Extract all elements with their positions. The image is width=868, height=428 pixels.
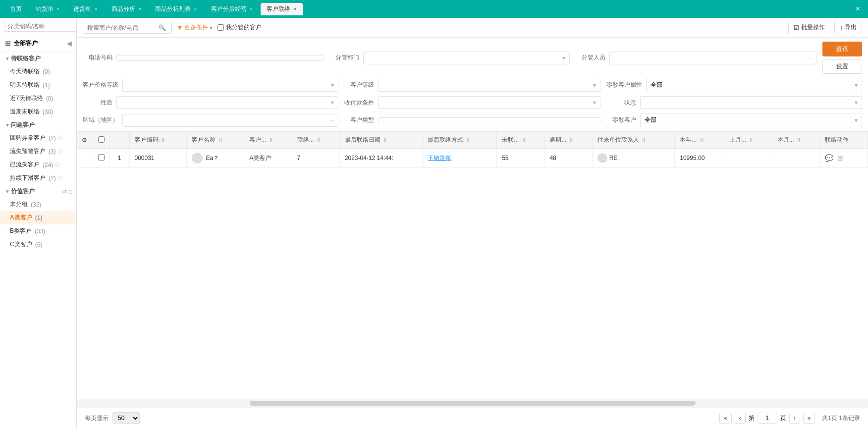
nav-tab-customer-tier[interactable]: 客户分层经营 ×: [205, 3, 259, 15]
filter-scatter-customer-label: 零散客户: [606, 116, 636, 124]
top-nav: 首页 销货单 × 进货单 × 商品分析 × 商品分析列表 × 客户分层经营 × …: [0, 0, 868, 18]
filter-region-select[interactable]: ···: [122, 114, 338, 127]
nav-tab-purchase[interactable]: 进货单 ×: [67, 3, 103, 15]
nav-tab-customer-contact[interactable]: 客户联络 ×: [261, 3, 302, 15]
more-conditions-button[interactable]: ▼ 更多条件 ▾: [177, 23, 213, 32]
next-page-button[interactable]: ›: [789, 413, 800, 424]
collapse-sidebar-button[interactable]: ◀: [67, 40, 71, 47]
sidebar-item-a-class[interactable]: A类客户 (1): [0, 211, 76, 224]
search-icon[interactable]: 🔍: [159, 24, 166, 31]
col-check[interactable]: [93, 132, 109, 149]
col-customer-code[interactable]: 客户编码 ⇅: [129, 132, 187, 149]
nav-tab-home[interactable]: 首页: [4, 3, 28, 15]
sort-icon: ⇅: [317, 137, 321, 143]
row-customer-name[interactable]: Ea？: [187, 149, 244, 168]
chat-icon[interactable]: 💬: [825, 154, 833, 162]
close-customer-contact-tab[interactable]: ×: [293, 6, 296, 12]
sidebar-item-lost[interactable]: 已流失客户 (24) ⓘ: [0, 158, 76, 171]
filter-payment-select[interactable]: ▾: [378, 96, 600, 109]
close-goods-list-tab[interactable]: ×: [194, 6, 197, 12]
close-goods-analysis-tab[interactable]: ×: [138, 6, 141, 12]
filter-customer-type-input[interactable]: [378, 117, 600, 123]
horizontal-scrollbar[interactable]: [250, 401, 696, 406]
sidebar-item-repeat-abnormal[interactable]: 回购异常客户 (2) ⓘ: [0, 131, 76, 145]
per-page-select[interactable]: 50 100 200: [112, 412, 140, 424]
sidebar-search-input[interactable]: [4, 21, 77, 32]
batch-operation-button[interactable]: ☑ 批量操作: [788, 21, 830, 34]
qr-icon[interactable]: ⊞: [837, 154, 843, 162]
chevron-down-icon: ▾: [593, 99, 596, 106]
filter-nature-select[interactable]: ▾: [116, 96, 338, 109]
search-box: 🔍: [83, 22, 172, 34]
col-last-contact-date[interactable]: 最后联络日期 ⇅: [339, 132, 423, 149]
my-customers-checkbox[interactable]: 我分管的客户: [217, 23, 262, 32]
nav-tab-goods-analysis[interactable]: 商品分析 ×: [106, 3, 147, 15]
chevron-down-icon: ▾: [562, 54, 565, 61]
sidebar-item-declining[interactable]: 持续下滑客户 (2) ⓘ: [0, 171, 76, 185]
close-purchase-tab[interactable]: ×: [94, 6, 97, 12]
section-problem-customers[interactable]: ▼ 问题客户: [0, 118, 76, 131]
col-this-month[interactable]: 本月... ⇅: [772, 132, 819, 149]
section-value-customers[interactable]: ▼ 价值客户 ↺ □: [0, 185, 76, 198]
filter-person-label: 分管人员: [576, 54, 605, 62]
sidebar-item-lost-warning[interactable]: 流失预警客户 (3) ⓘ: [0, 145, 76, 158]
page-number-input[interactable]: [758, 413, 777, 424]
col-customer-name[interactable]: 客户名称 ⇅: [187, 132, 244, 149]
filter-customer-type-field: 客户类型: [344, 116, 600, 124]
filter-phone-input[interactable]: [116, 55, 324, 61]
nav-tab-sales[interactable]: 销货单 ×: [30, 3, 65, 15]
settings-button[interactable]: 设置: [822, 59, 862, 74]
nav-tab-goods-list[interactable]: 商品分析列表 ×: [149, 3, 203, 15]
col-unit-contact[interactable]: 往来单位联系人 ⇅: [592, 132, 675, 149]
filter-scatter-attr-select[interactable]: 全部 ▾: [646, 78, 862, 92]
row-checkbox[interactable]: [98, 154, 105, 160]
col-overdue-days[interactable]: 逾期... ⇅: [544, 132, 592, 149]
sort-icon: ⇅: [522, 137, 526, 143]
col-contact-count[interactable]: 联络... ⇅: [292, 132, 339, 149]
sidebar-item-overdue-contact[interactable]: 逾期未联络 (30): [0, 105, 76, 118]
sidebar-item-no-group[interactable]: 未分组 (32): [0, 198, 76, 211]
sidebar-all-customers[interactable]: ⊞ 全部客户 ◀: [0, 35, 76, 52]
last-page-button[interactable]: »: [803, 413, 815, 424]
settings-icon[interactable]: □: [69, 188, 72, 195]
refresh-icon[interactable]: ↺: [62, 188, 67, 195]
sidebar-item-today-contact[interactable]: 今天待联络 (0): [0, 65, 76, 78]
prev-page-button[interactable]: ‹: [735, 413, 746, 424]
filter-status-select[interactable]: ▾: [640, 96, 862, 109]
filter-payment-label: 收付款条件: [344, 99, 374, 107]
close-customer-tier-tab[interactable]: ×: [250, 6, 253, 12]
col-no-contact-days[interactable]: 未联... ⇅: [497, 132, 544, 149]
sidebar-item-b-class[interactable]: B类客户 (33): [0, 224, 76, 238]
filter-customer-grade-select[interactable]: ▾: [378, 79, 600, 92]
section-pending-contact[interactable]: ▼ 待联络客户: [0, 52, 76, 65]
first-page-button[interactable]: «: [719, 413, 732, 424]
row-check[interactable]: [93, 149, 109, 168]
main-search-input[interactable]: [87, 24, 157, 31]
filter-dept-select[interactable]: ▾: [363, 52, 570, 64]
select-all-checkbox[interactable]: [98, 136, 105, 143]
my-customers-check-input[interactable]: [217, 24, 224, 31]
sidebar-item-7days-contact[interactable]: 近7天待联络 (0): [0, 92, 76, 105]
filter-scatter-customer-select[interactable]: 全部 ▾: [640, 113, 862, 127]
col-customer-type[interactable]: 客户... ⇅: [244, 132, 292, 149]
sort-icon: ⇅: [700, 137, 704, 143]
close-sales-tab[interactable]: ×: [56, 6, 59, 12]
col-last-contact-method[interactable]: 最后联络方式 ⇅: [423, 132, 497, 149]
row-last-month: [724, 149, 772, 168]
sidebar-item-tomorrow-contact[interactable]: 明天待联络 (1): [0, 78, 76, 92]
col-last-month[interactable]: 上月... ⇅: [724, 132, 772, 149]
filter-nature-label: 性质: [83, 99, 112, 107]
page-navigation: « ‹ 第 页 › » 共1页 1条记录: [719, 413, 860, 424]
row-customer-code[interactable]: 000031: [129, 149, 187, 168]
query-button[interactable]: 查询: [822, 42, 862, 56]
filter-person-select[interactable]: ···: [609, 52, 816, 64]
sidebar-item-c-class[interactable]: C类客户 (6): [0, 238, 76, 251]
row-last-contact-method[interactable]: 下销货单: [423, 149, 497, 168]
col-gear[interactable]: ⚙: [77, 132, 93, 149]
total-info: 共1页 1条记录: [822, 414, 860, 423]
filter-row-2: 客户价格等级 ▾ 客户等级 ▾ 零散客户属性 全部: [83, 78, 862, 92]
filter-price-grade-select[interactable]: ▾: [122, 79, 338, 92]
col-this-year[interactable]: 本年... ⇅: [675, 132, 724, 149]
window-close-button[interactable]: ×: [852, 4, 864, 13]
export-button[interactable]: ↑ 导出: [834, 21, 862, 34]
